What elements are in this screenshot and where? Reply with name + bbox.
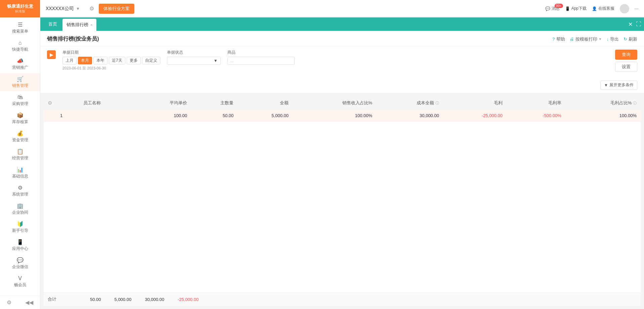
sidebar-label-purchase: 采购管理 <box>12 101 28 107</box>
main-area: XXXXXX公司 ▼ ⚙ 体验行业方案 💬 消息 99+ 📱 App下载 👤 在… <box>40 0 644 309</box>
sidebar-item-operation[interactable]: 📋经营管理 <box>0 146 40 164</box>
system-icon: ⚙ <box>18 185 23 191</box>
sidebar-item-wechat[interactable]: 💬企业微信 <box>0 254 40 272</box>
sidebar-item-sales[interactable]: 🛒销售管理 <box>0 73 40 91</box>
app-download-icon: 📱 <box>565 6 570 11</box>
tab-sales-rank-label: 销售排行榜 <box>67 22 88 28</box>
row-amount: 5,000.00 <box>238 110 293 122</box>
col-avg-price: 平均单价 <box>135 97 191 110</box>
page-actions: ? 帮助 🖨 按模板打印 ▼ ↓ 导出 ↻ 刷新 <box>552 36 637 42</box>
date-btn-last-month[interactable]: 上月 <box>62 57 77 64</box>
settings-button[interactable]: 设置 <box>615 62 637 72</box>
table-body: 1 100.00 50.00 5,000.00 100.00% 30,000.0… <box>44 110 641 122</box>
sidebar-logo: 畅康通好生意 标准版 <box>0 0 40 17</box>
filter-expand-arrow[interactable]: ▶ <box>47 50 56 59</box>
date-btn-this-month[interactable]: 本月 <box>78 57 92 64</box>
col-gross-rate: 毛利率 <box>507 97 565 110</box>
company-chevron-icon: ▼ <box>76 6 80 11</box>
table-footer: 合计 50.00 5,000.00 30,000.00 -25,000.00 <box>44 293 641 306</box>
inventory-icon: 📦 <box>17 113 24 118</box>
col-settings-icon[interactable]: ⚙ <box>48 100 52 106</box>
print-label: 按模板打印 <box>575 36 597 42</box>
data-table: ⚙ 员工名称 平均单价 主数量 全额 销售收入占比% 成本全额 ⓘ 毛利 毛利率… <box>44 97 641 122</box>
date-btn-7days[interactable]: 近7天 <box>109 57 125 64</box>
sidebar-item-search[interactable]: ☰搜索菜单 <box>0 19 40 37</box>
guide-icon: 🔰 <box>17 221 24 227</box>
sidebar-item-guide[interactable]: 🔰新手引导 <box>0 218 40 236</box>
grosspct-info-icon[interactable]: ⓘ <box>633 101 637 105</box>
footer-qty: 50.00 <box>90 297 101 302</box>
sidebar-item-finance[interactable]: 💰资金管理 <box>0 127 40 146</box>
sidebar-label-guide: 新手引导 <box>12 228 28 234</box>
sidebar-item-system[interactable]: ⚙系统管理 <box>0 182 40 200</box>
online-service-btn[interactable]: 👤 在线客服 <box>592 6 614 11</box>
app-subtitle: 标准版 <box>15 9 25 14</box>
col-sales-pct: 销售收入占比% <box>293 97 376 110</box>
sidebar-item-corp[interactable]: 🏢企业协同 <box>0 200 40 218</box>
tab-home[interactable]: 首页 <box>43 17 62 31</box>
sidebar: 畅康通好生意 标准版 ☰搜索菜单⌂快捷导航📣营销推广🛒销售管理🛍采购管理📦库存核… <box>0 0 40 309</box>
tab-close-icon[interactable]: × <box>90 23 92 27</box>
tab-close-window-icon[interactable]: ✕ <box>628 21 633 28</box>
filter-goods-input[interactable]: ... <box>227 57 295 65</box>
export-label: 导出 <box>610 36 619 42</box>
message-badge: 99+ <box>555 4 563 8</box>
sidebar-item-purchase[interactable]: 🛍采购管理 <box>0 91 40 109</box>
sales-icon: 🛒 <box>17 76 24 82</box>
sidebar-item-shortcut[interactable]: ⌂快捷导航 <box>0 37 40 55</box>
export-btn[interactable]: ↓ 导出 <box>607 36 619 42</box>
sidebar-label-inventory: 库存核算 <box>12 119 28 125</box>
sidebar-label-marketing: 营销推广 <box>12 65 28 70</box>
filter-status-label: 单据状态 <box>167 50 221 55</box>
topbar-settings-icon[interactable]: ⚙ <box>89 5 94 12</box>
print-chevron-icon: ▼ <box>599 37 602 41</box>
query-button[interactable]: 查询 <box>615 50 637 60</box>
sidebar-item-marketing[interactable]: 📣营销推广 <box>0 55 40 73</box>
cost-info-icon[interactable]: ⓘ <box>435 101 439 105</box>
company-selector[interactable]: XXXXXX公司 ▼ <box>46 6 86 12</box>
app-download-label: App下载 <box>571 6 587 11</box>
date-btn-this-year[interactable]: 本年 <box>93 57 108 64</box>
sidebar-label-finance: 资金管理 <box>12 137 28 143</box>
sidebar-item-member[interactable]: V畅会员 <box>0 272 40 291</box>
help-btn[interactable]: ? 帮助 <box>552 36 565 42</box>
filter-status-select[interactable]: ▼ <box>167 57 221 65</box>
settings-bottom-icon[interactable]: ⚙ <box>7 299 11 306</box>
footer-gross: -25,000.00 <box>178 297 199 302</box>
export-icon: ↓ <box>607 37 609 42</box>
expand-more-btn[interactable]: ▼ 展开更多条件 <box>600 81 637 90</box>
app-title: 畅康通好生意 <box>7 4 33 9</box>
filter-bar: ▶ 单据日期 上月 本月 本年 近7天 更多 自定义 2023-06-01 至 … <box>40 46 644 93</box>
app-download-btn[interactable]: 📱 App下载 <box>565 6 587 11</box>
page-title: 销售排行榜(按业务员) <box>47 36 99 43</box>
sidebar-label-shortcut: 快捷导航 <box>12 47 28 52</box>
date-btn-more[interactable]: 更多 <box>127 57 141 64</box>
marketing-icon: 📣 <box>17 58 24 64</box>
col-qty: 主数量 <box>191 97 238 110</box>
row-name <box>79 110 135 122</box>
row-qty: 50.00 <box>191 110 238 122</box>
tab-sales-rank[interactable]: 销售排行榜 × <box>62 19 96 31</box>
trial-button[interactable]: 体验行业方案 <box>99 4 134 14</box>
sidebar-label-basic: 基础信息 <box>12 173 28 179</box>
sidebar-item-basic[interactable]: 📊基础信息 <box>0 164 40 182</box>
avatar[interactable] <box>620 4 629 13</box>
sidebar-label-apps: 应用中心 <box>12 246 28 252</box>
refresh-btn[interactable]: ↻ 刷新 <box>624 36 637 42</box>
help-icon: ? <box>552 37 555 42</box>
sidebar-item-inventory[interactable]: 📦库存核算 <box>0 109 40 127</box>
date-btn-custom[interactable]: 自定义 <box>142 57 160 64</box>
table-empty-space <box>44 122 641 293</box>
print-btn[interactable]: 🖨 按模板打印 ▼ <box>570 36 602 42</box>
sidebar-label-member: 畅会员 <box>14 282 26 288</box>
wechat-icon: 💬 <box>17 258 24 263</box>
table-row: 1 100.00 50.00 5,000.00 100.00% 30,000.0… <box>44 110 641 122</box>
sidebar-item-apps[interactable]: 📱应用中心 <box>0 236 40 254</box>
collapse-icon[interactable]: ◀◀ <box>25 299 33 306</box>
purchase-icon: 🛍 <box>17 95 23 100</box>
help-label: 帮助 <box>556 36 565 42</box>
message-btn[interactable]: 💬 消息 99+ <box>545 6 560 11</box>
company-name: XXXXXX公司 <box>46 6 74 12</box>
page-header: 销售排行榜(按业务员) ? 帮助 🖨 按模板打印 ▼ ↓ 导出 ↻ 刷新 <box>40 31 644 46</box>
tab-maximize-icon[interactable]: ⛶ <box>636 21 641 27</box>
